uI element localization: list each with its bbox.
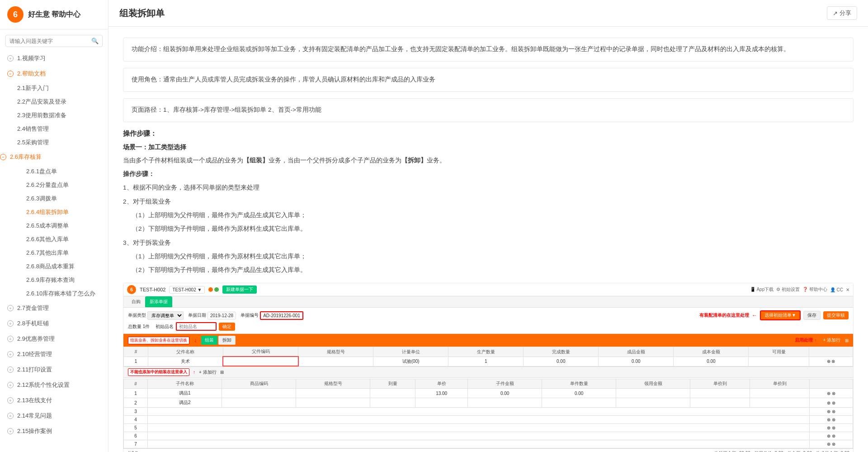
table-row: 7⊕ ⊗ bbox=[124, 440, 853, 448]
search-input[interactable] bbox=[9, 38, 91, 44]
ss-bottom-add-btn[interactable]: + 添加行 bbox=[199, 369, 217, 376]
ss-bottom-table-icon: ⊞ bbox=[220, 370, 224, 375]
ss-tab-extra[interactable] bbox=[172, 300, 190, 304]
ss-cell-unit: 试验(00) bbox=[373, 357, 448, 366]
ss-bcol-price: 单价 bbox=[415, 379, 468, 389]
sidebar-item-cost-recalc[interactable]: 2.6.8商品成本重算 bbox=[26, 260, 108, 273]
sidebar-item-install[interactable]: 2.2产品安装及登录 bbox=[17, 95, 108, 109]
ss-col-actions bbox=[809, 347, 853, 357]
ss-summary-unit-price: 领用单价: 0.00 bbox=[754, 450, 783, 452]
sidebar-header: 6 好生意 帮助中心 bbox=[0, 0, 108, 29]
sidebar-item-inventory[interactable]: − 2.6库存核算 bbox=[0, 149, 108, 165]
sidebar-item-video[interactable]: + 1.视频学习 bbox=[0, 51, 108, 66]
ss-new-btn[interactable]: 新建单据一下 bbox=[222, 285, 257, 294]
ss-add-row-btn[interactable]: + 添加行 bbox=[823, 337, 840, 343]
ss-footer: 共0条 总领用金额: 69.00 领用单价: 0.00 总金额: 0.00 总成… bbox=[123, 448, 853, 452]
intro-role-block: 使用角色：通常由生产人员或库管人员完成拆装业务的操作，库管人员确认原材料的出库和… bbox=[123, 68, 854, 92]
ss-col-cost-amt: 成本金额 bbox=[674, 347, 749, 357]
sidebar-item-stock-query[interactable]: 2.6.9库存账本查询 bbox=[26, 273, 108, 287]
sidebar-item-biz[interactable]: + 2.10经营管理 bbox=[0, 347, 108, 362]
ss-date-label: 单据日期 bbox=[188, 312, 206, 319]
collapse-icon: − bbox=[0, 154, 6, 160]
ss-tab-new[interactable]: 新添单据 bbox=[145, 296, 172, 307]
ss-bottom-annotation: 不能也添加中的组装在这里录入 bbox=[128, 368, 189, 376]
sidebar-item-new[interactable]: 2.1新手入门 bbox=[17, 81, 108, 95]
expand-icon: + bbox=[7, 55, 14, 62]
ss-logo: 6 bbox=[127, 285, 136, 294]
ss-close-icon[interactable]: ✕ bbox=[846, 287, 849, 292]
ss-docno-value[interactable]: AD-20191226-001 bbox=[260, 311, 303, 320]
table-row: 6⊕ ⊗ bbox=[124, 432, 853, 440]
ss-search-input[interactable] bbox=[176, 322, 217, 331]
ss-init-icon: ⚙ 初始设置 bbox=[776, 286, 800, 293]
sidebar-item-label: 2.13在线支付 bbox=[17, 396, 52, 404]
ss-type-label: 单据类型 bbox=[128, 312, 146, 319]
ss-cell-parent-name: 关术 bbox=[148, 357, 223, 366]
ss-bcol-actions bbox=[810, 379, 853, 389]
ss-col-prod-amt: 成品金额 bbox=[599, 347, 674, 357]
intro-role-text: 使用角色：通常由生产人员或库管人员完成拆装业务的操作，库管人员确认原材料的出库和… bbox=[132, 76, 435, 83]
ss-bottom-section-bar: 不能也添加中的组装在这里录入 ↑ + 添加行 ⊞ bbox=[123, 366, 853, 378]
sidebar-item-faq[interactable]: + 2.14常见问题 bbox=[0, 408, 108, 423]
sidebar-item-stock-count[interactable]: 2.6.1盘点单 bbox=[26, 165, 108, 178]
steps-sub-title: 操作步骤： bbox=[123, 169, 854, 180]
sidebar-item-docs[interactable]: − 2.帮助文档 bbox=[0, 66, 108, 81]
expand-icon: + bbox=[7, 320, 14, 327]
ss-cell-done-qty: 0.00 bbox=[524, 357, 599, 366]
step2: 2、对于组装业务 bbox=[123, 196, 854, 207]
sidebar-item-other-in[interactable]: 2.6.6其他入库单 bbox=[26, 233, 108, 246]
ss-date-value[interactable]: 2019-12-28 bbox=[208, 312, 236, 319]
ss-app-icon: 📱 App下载 bbox=[750, 286, 774, 293]
ss-right-annotation: 启用处理 ↑ bbox=[795, 337, 816, 343]
sidebar-item-sales[interactable]: 2.4销售管理 bbox=[17, 122, 108, 136]
ss-confirm-btn[interactable]: 确定 bbox=[219, 323, 235, 331]
ss-orange-action-btn[interactable]: 选择初始清单▼ bbox=[760, 310, 801, 320]
sidebar-item-stock-error[interactable]: 2.6.10库存账本错了怎么办 bbox=[26, 287, 108, 300]
sidebar-item-partial-count[interactable]: 2.6.2分量盘点单 bbox=[26, 178, 108, 192]
sidebar-nav: + 1.视频学习 − 2.帮助文档 2.1新手入门 2.2产品安装及登录 2.3… bbox=[0, 51, 108, 442]
sidebar-item-coupon[interactable]: + 2.9优惠券管理 bbox=[0, 331, 108, 347]
share-button[interactable]: ↗ 分享 bbox=[827, 6, 857, 20]
sidebar-item-cost-adjust[interactable]: 2.6.5成本调整单 bbox=[26, 219, 108, 233]
ss-col-unit: 计量单位 bbox=[373, 347, 448, 357]
ss-table-icon: ⊞ bbox=[845, 338, 849, 343]
sidebar-item-system[interactable]: + 2.12系统个性化设置 bbox=[0, 377, 108, 393]
ss-bcol-use-amt: 领用金额 bbox=[616, 379, 690, 389]
sidebar-item-other-out[interactable]: 2.6.7其他出库单 bbox=[26, 246, 108, 260]
app-logo: 6 bbox=[7, 6, 24, 23]
ss-save-btn[interactable]: 保存 bbox=[803, 311, 821, 320]
sidebar-item-data[interactable]: 2.3使用前数据准备 bbox=[17, 109, 108, 122]
ss-type-select[interactable]: 库存调整单 其他入库 bbox=[147, 311, 184, 320]
ss-cell-available bbox=[749, 357, 809, 366]
ss-dropdown[interactable]: TEST-H002 ▼ bbox=[169, 286, 205, 294]
ss-cell-prod-qty[interactable]: 1 bbox=[448, 357, 524, 366]
step3: 3、对于拆装业务 bbox=[123, 238, 854, 248]
ss-cell-parent-code[interactable] bbox=[223, 357, 298, 366]
sidebar-item-purchase[interactable]: 2.5采购管理 bbox=[17, 136, 108, 149]
sidebar-item-adjust[interactable]: 2.6.3调拨单 bbox=[26, 192, 108, 205]
search-box[interactable]: 🔍 bbox=[5, 35, 103, 47]
ss-btn-disassemble[interactable]: 拆卸 bbox=[218, 336, 236, 345]
ss-col-prod-qty: 生产数量 bbox=[448, 347, 524, 357]
sidebar-item-online-pay[interactable]: + 2.13在线支付 bbox=[0, 393, 108, 408]
ss-btn-assemble[interactable]: 组装 bbox=[201, 336, 217, 345]
sidebar-item-mobile[interactable]: + 2.8手机旺铺 bbox=[0, 316, 108, 331]
sidebar-item-print[interactable]: + 2.11打印设置 bbox=[0, 362, 108, 377]
ss-help-icon: ❓ 帮助中心 bbox=[802, 286, 827, 293]
ss-submit-btn[interactable]: 提交审核 bbox=[823, 311, 849, 319]
sidebar-item-assemble[interactable]: 2.6.4组装拆卸单 bbox=[26, 205, 108, 219]
ss-section-bar: 组装业务、拆卸业务在这里切换 ↓ 组装 拆卸 启用处理 ↑ + 添加行 ⊞ bbox=[123, 334, 853, 347]
sidebar-item-capital[interactable]: + 2.7资金管理 bbox=[0, 300, 108, 316]
ss-tab-home[interactable]: 自购 bbox=[127, 296, 145, 307]
ss-cell-spec bbox=[298, 357, 373, 366]
ss-bottom-table: # 子件名称 商品编码 规格型号 到量 单价 子件金额 单件数量 领用金额 单价… bbox=[123, 379, 853, 448]
ss-col-parent-code: 父件编码 bbox=[223, 347, 298, 357]
ss-status-icons bbox=[208, 287, 219, 292]
search-icon[interactable]: 🔍 bbox=[91, 38, 99, 44]
sidebar-item-label: 2.9优惠券管理 bbox=[17, 335, 55, 343]
ss-form-docno: 单据编号 AD-20191226-001 bbox=[241, 311, 303, 320]
ss-pagination: 共0条 bbox=[127, 450, 139, 452]
sidebar-item-cases[interactable]: + 2.15操作案例 bbox=[0, 423, 108, 439]
share-icon: ↗ bbox=[833, 10, 838, 17]
ss-col-parent-name: 父件名称 bbox=[148, 347, 223, 357]
